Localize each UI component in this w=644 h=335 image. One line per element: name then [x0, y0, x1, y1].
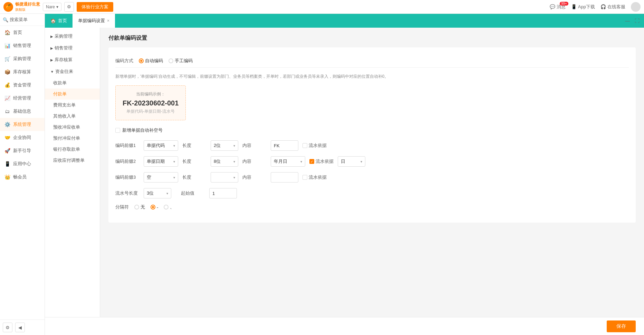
- auto-fill-checkbox[interactable]: [115, 128, 120, 133]
- settings-bottom-icon[interactable]: ⚙: [3, 323, 12, 332]
- prefix2-period-select[interactable]: 日 ▾: [338, 156, 365, 167]
- chevron-down-icon: ▾: [56, 4, 58, 9]
- main-content: 付款单编码设置 编码方式 自动编码 手工编码: [100, 28, 644, 317]
- sidebar-item-purchase[interactable]: 🛒 采购管理: [0, 52, 45, 65]
- sidebar-item-operations[interactable]: 📈 经营管理: [0, 92, 45, 105]
- sub-item-payment[interactable]: 付款单: [45, 89, 100, 100]
- prefix2-length-select[interactable]: 8位 ▾: [211, 156, 238, 167]
- start-value-input[interactable]: [209, 188, 237, 198]
- service-btn[interactable]: 🎧 在线客服: [600, 4, 625, 10]
- sub-group-capital: ▼ 资金往来 收款单 付款单 费用支出单 其他收入单 预收冲应收单 预付冲应付单…: [45, 66, 100, 166]
- tab-home[interactable]: 🏠 首页: [45, 14, 73, 28]
- sidebar-item-enterprise[interactable]: 🤝 企业协同: [0, 131, 45, 144]
- message-icon: 💬: [550, 4, 555, 9]
- chart-icon: 📊: [4, 43, 10, 49]
- form-row-3: 编码前缀3 空 ▾ 长度 ▾ 内容: [115, 172, 629, 183]
- sidebar-item-inventory[interactable]: 📦 库存核算: [0, 65, 45, 78]
- sidebar-item-sales[interactable]: 📊 销售管理: [0, 39, 45, 52]
- encode-method-row: 编码方式 自动编码 手工编码: [115, 54, 629, 68]
- search-icon: 🔍: [3, 17, 8, 22]
- sidebar-item-guide[interactable]: 🚀 新手引导: [0, 144, 45, 157]
- operations-icon: 📈: [4, 95, 10, 101]
- sub-item-other-income[interactable]: 其他收入单: [45, 111, 100, 122]
- minimize-icon[interactable]: —: [623, 17, 632, 25]
- trial-button[interactable]: 体验行业方案: [77, 2, 113, 12]
- prefix2-content-select[interactable]: 年月日 ▾: [271, 156, 305, 167]
- prefix1-content-input[interactable]: [271, 140, 298, 151]
- sub-item-adjustment[interactable]: 应收应付调整单: [45, 155, 100, 166]
- avatar[interactable]: [631, 2, 641, 12]
- prefix2-select[interactable]: 单据日期 ▾: [144, 156, 178, 167]
- save-button[interactable]: 保存: [607, 320, 636, 332]
- form-card: 编码方式 自动编码 手工编码 新增单据时，'单据编码'自动生成，不可编辑，前缀设…: [108, 47, 636, 223]
- crown-icon: 👑: [4, 174, 10, 180]
- prefix2-serial-checkbox[interactable]: ✓ 流水依据: [309, 158, 334, 165]
- sub-group-inventory-title[interactable]: ▶ 库存核算: [45, 54, 100, 66]
- serial-length-select[interactable]: 3位 ▾: [144, 188, 171, 198]
- prefix3-serial-checkbox[interactable]: 流水依据: [302, 174, 327, 180]
- sep-none-radio[interactable]: 无: [134, 204, 145, 210]
- prefix1-length-select[interactable]: 2位 ▾: [211, 140, 238, 151]
- sub-group-purchase-title[interactable]: ▶ 采购管理: [45, 30, 100, 42]
- serial-length-row: 流水号长度 3位 ▾ 起始值: [115, 188, 629, 198]
- search-menu-btn[interactable]: 🔍 搜索菜单: [0, 14, 45, 26]
- app-icon: 📱: [571, 4, 577, 9]
- maximize-icon[interactable]: ⛶: [633, 17, 641, 25]
- sep-dot2-radio-dot: [164, 205, 169, 210]
- sub-item-pre-payment[interactable]: 预付冲应付单: [45, 133, 100, 144]
- radio-auto-encode[interactable]: 自动编码: [139, 58, 163, 64]
- sub-item-pre-receipt[interactable]: 预收冲应收单: [45, 122, 100, 133]
- tab-bar-actions: — ⛶: [623, 17, 644, 25]
- tab-close-icon[interactable]: ×: [107, 18, 109, 23]
- nav-dropdown[interactable]: Nare ▾: [43, 3, 61, 11]
- sidebar-item-member[interactable]: 👑 畅会员: [0, 170, 45, 184]
- sep-dot-radio-dot: [151, 205, 155, 210]
- bottom-bar: 保存: [45, 317, 644, 335]
- prefix1-serial-checkbox[interactable]: 流水依据: [302, 142, 327, 149]
- sidebar-item-basic[interactable]: 🗂 基础信息: [0, 105, 45, 118]
- sub-group-capital-title[interactable]: ▼ 资金往来: [45, 66, 100, 77]
- gear-icon: ⚙️: [4, 121, 10, 128]
- logo: 🍊 畅捷通好生意 旗舰版: [3, 1, 40, 12]
- sub-item-expense[interactable]: 费用支出单: [45, 100, 100, 111]
- settings-icon[interactable]: ⚙: [64, 2, 74, 12]
- sep-dot2-radio[interactable]: 、: [164, 204, 174, 210]
- radio-manual-encode[interactable]: 手工编码: [169, 58, 193, 64]
- tab-settings[interactable]: 单据编码设置 ×: [73, 14, 115, 28]
- sub-item-bank[interactable]: 银行存取款单: [45, 144, 100, 155]
- radio-manual-dot: [169, 58, 173, 63]
- prefix3-content-input[interactable]: [271, 172, 298, 183]
- prefix1-serial-check-icon: [302, 143, 307, 148]
- top-bar: 🍊 畅捷通好生意 旗舰版 Nare ▾ ⚙ 体验行业方案 💬 消息 99+ 📱 …: [0, 0, 644, 14]
- sidebar-item-apps[interactable]: 📱 应用中心: [0, 157, 45, 170]
- sub-group-sales: ▶ 销售管理: [45, 42, 100, 54]
- prefix3-length-select[interactable]: ▾: [211, 172, 238, 183]
- form-row-1: 编码前缀1 单据代码 ▾ 长度 2位 ▾ 内容: [115, 140, 629, 151]
- prefix3-serial-check-icon: [302, 175, 307, 180]
- message-btn[interactable]: 💬 消息 99+: [550, 4, 566, 10]
- chevron-down-icon11: ▾: [166, 192, 168, 195]
- top-bar-right: 💬 消息 99+ 📱 App下载 🎧 在线客服: [550, 2, 641, 12]
- prefix1-select[interactable]: 单据代码 ▾: [144, 140, 178, 151]
- app-download-btn[interactable]: 📱 App下载: [571, 4, 595, 10]
- code-preview: 当前编码示例： FK-20230602-001 单据代码-单据日期-流水号: [115, 85, 186, 120]
- sep-dot-radio[interactable]: -: [151, 205, 158, 210]
- collapse-icon[interactable]: ◀: [15, 323, 25, 332]
- main-layout: 🔍 搜索菜单 🏠 首页 📊 销售管理 🛒 采购管理 📦 库存核算 💰: [0, 14, 644, 335]
- folder-icon: 🗂: [4, 108, 10, 114]
- separator-row: 分隔符 无 - 、: [115, 204, 629, 210]
- sidebar-item-system[interactable]: ⚙️ 系统管理: [0, 118, 45, 131]
- sub-group-inventory: ▶ 库存核算: [45, 54, 100, 66]
- prefix3-select[interactable]: 空 ▾: [144, 172, 178, 183]
- sidebar-item-home[interactable]: 🏠 首页: [0, 26, 45, 39]
- home-icon: 🏠: [4, 29, 10, 36]
- chevron-down-icon3: ▾: [173, 144, 175, 148]
- tab-bar: 🏠 首页 单据编码设置 × — ⛶: [45, 14, 644, 28]
- logo-text: 畅捷通好生意 旗舰版: [15, 1, 40, 12]
- radio-auto-dot: [139, 58, 144, 63]
- chevron-down-icon6: ▾: [233, 160, 235, 164]
- sub-item-receipt[interactable]: 收款单: [45, 77, 100, 89]
- sub-group-sales-title[interactable]: ▶ 销售管理: [45, 42, 100, 54]
- sidebar-item-finance[interactable]: 💰 资金管理: [0, 78, 45, 92]
- sidebar-nav: 🏠 首页 📊 销售管理 🛒 采购管理 📦 库存核算 💰 资金管理 📈 经: [0, 26, 45, 319]
